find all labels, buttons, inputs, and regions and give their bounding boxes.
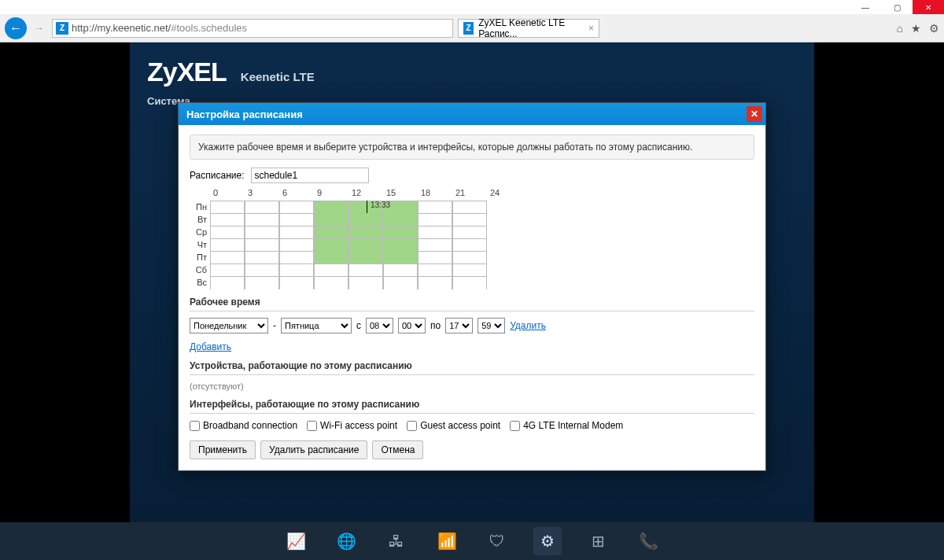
cancel-button[interactable]: Отмена	[372, 440, 423, 459]
day-label: Пт	[190, 252, 210, 262]
iface-broadband[interactable]: Broadband connection	[190, 420, 297, 431]
hour-axis: 0 3 6 9 12 15 18 21 24	[213, 188, 754, 201]
brand-logo: ZyXEL	[147, 57, 227, 87]
hour-to-select[interactable]: 17	[445, 318, 473, 333]
brand-model: Keenetic LTE	[241, 70, 315, 83]
browser-forward-button[interactable]: →	[31, 20, 47, 36]
window-titlebar: — ▢ ✕	[0, 0, 944, 14]
tab-favicon-icon: Z	[463, 22, 474, 35]
star-icon[interactable]: ★	[911, 22, 921, 35]
iface-wifi-checkbox[interactable]	[307, 421, 317, 431]
devices-header: Устройства, работающие по этому расписан…	[190, 360, 754, 375]
day-from-select[interactable]: Понедельник	[190, 318, 268, 333]
iface-4glte-checkbox[interactable]	[510, 421, 520, 431]
delete-range-link[interactable]: Удалить	[510, 320, 546, 331]
dialog-titlebar: Настройка расписания ✕	[179, 103, 765, 125]
browser-back-button[interactable]: ←	[5, 17, 27, 39]
tab-close-button[interactable]: ×	[588, 23, 594, 34]
apply-button[interactable]: Применить	[190, 440, 256, 459]
nav-phone-icon[interactable]: 📞	[634, 527, 662, 555]
schedule-grid[interactable]: Пн Вт Ср Чт Пт Сб Вс 13:33	[190, 201, 754, 289]
instruction-text: Укажите рабочее время и выберите устройс…	[190, 134, 754, 160]
tab-title: ZyXEL Keenetic LTE Распис...	[478, 17, 584, 39]
iface-4glte[interactable]: 4G LTE Internal Modem	[510, 420, 623, 431]
bottom-nav: 📈 🌐 🖧 📶 🛡 ⚙ ⊞ 📞	[0, 522, 944, 560]
schedule-settings-dialog: Настройка расписания ✕ Укажите рабочее в…	[178, 102, 766, 471]
devices-absent: (отсутствуют)	[190, 381, 754, 391]
minute-to-select[interactable]: 59	[478, 318, 505, 333]
nav-network-icon[interactable]: 🖧	[382, 527, 411, 555]
time-range-row: Понедельник - Пятница с 08 00 по 17 59 У…	[190, 318, 754, 333]
window-maximize-button[interactable]: ▢	[881, 0, 913, 14]
iface-guest-checkbox[interactable]	[407, 421, 417, 431]
nav-monitor-icon[interactable]: 📈	[282, 527, 310, 555]
browser-toolbar: ← → Z http://my.keenetic.net/#tools.sche…	[0, 14, 944, 42]
browser-tab[interactable]: Z ZyXEL Keenetic LTE Распис... ×	[458, 19, 599, 38]
nav-apps-icon[interactable]: ⊞	[584, 527, 612, 555]
schedule-name-input[interactable]	[251, 168, 369, 183]
day-label: Сб	[190, 265, 210, 274]
site-favicon-icon: Z	[56, 22, 68, 35]
interfaces-header: Интерфейсы, работающие по этому расписан…	[190, 399, 754, 414]
current-time-line	[367, 201, 367, 213]
nav-settings-icon[interactable]: ⚙	[533, 527, 562, 555]
hour-from-select[interactable]: 08	[366, 318, 393, 333]
day-label: Вс	[190, 278, 210, 287]
gear-icon[interactable]: ⚙	[929, 22, 939, 35]
delete-schedule-button[interactable]: Удалить расписание	[260, 440, 367, 459]
work-time-header: Рабочее время	[190, 297, 754, 311]
nav-globe-icon[interactable]: 🌐	[332, 527, 360, 555]
window-close-button[interactable]: ✕	[913, 0, 944, 14]
day-label: Чт	[190, 240, 210, 249]
address-bar[interactable]: Z http://my.keenetic.net/#tools.schedule…	[52, 19, 453, 38]
url-text: http://my.keenetic.net/#tools.schedules	[72, 22, 247, 34]
day-label: Ср	[190, 227, 210, 237]
day-label: Пн	[190, 202, 210, 212]
iface-broadband-checkbox[interactable]	[190, 421, 200, 431]
dialog-close-button[interactable]: ✕	[747, 106, 762, 122]
add-range-link[interactable]: Добавить	[190, 341, 231, 352]
iface-wifi[interactable]: Wi-Fi access point	[307, 420, 397, 431]
day-to-select[interactable]: Пятница	[281, 318, 352, 333]
day-label: Вт	[190, 215, 210, 224]
home-icon[interactable]: ⌂	[897, 22, 903, 35]
dialog-title: Настройка расписания	[186, 109, 303, 120]
window-minimize-button[interactable]: —	[850, 0, 881, 14]
minute-from-select[interactable]: 00	[398, 318, 426, 333]
browser-right-icons: ⌂ ★ ⚙	[897, 22, 939, 35]
nav-shield-icon[interactable]: 🛡	[483, 527, 511, 555]
iface-guest[interactable]: Guest access point	[407, 420, 500, 431]
schedule-name-label: Расписание:	[190, 170, 245, 181]
current-time-label: 13:33	[371, 201, 390, 209]
nav-signal-icon[interactable]: 📶	[433, 527, 461, 555]
